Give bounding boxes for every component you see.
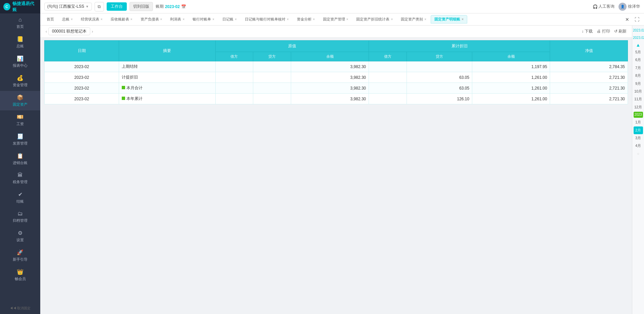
- refresh-button[interactable]: ↺ 刷新: [614, 29, 627, 34]
- tab-fixed-assets-depreciation[interactable]: 固定资产折旧统计表×: [353, 15, 396, 23]
- switch-version-button[interactable]: 切到旧版: [129, 2, 153, 11]
- tab-close-assets-liabilities[interactable]: ×: [160, 17, 162, 21]
- sidebar-item-capital[interactable]: 💰 资金管理: [0, 71, 40, 91]
- current-asset-name[interactable]: 000001 联想笔记本: [48, 28, 90, 35]
- timeline-month[interactable]: 11月: [632, 95, 644, 103]
- user-area[interactable]: 👤 徐泽华: [619, 3, 640, 11]
- timeline-period[interactable]: 2023.02: [632, 27, 644, 34]
- tab-close-receivables[interactable]: ×: [130, 17, 132, 21]
- sidebar-icon-invoice: 🧾: [17, 133, 23, 140]
- tab-close-fixed-assets-category[interactable]: ×: [424, 17, 426, 21]
- sidebar-nav: ⌂ 首页 📒 总账 📊 报表中心 💰 资金管理 📦 固定资产 💴 工资 🧾 发票…: [0, 13, 40, 303]
- timeline-year[interactable]: 2023: [634, 112, 643, 118]
- sidebar-label-capital: 资金管理: [13, 83, 28, 88]
- sidebar-item-fixed-assets[interactable]: 📦 固定资产: [0, 91, 40, 110]
- sidebar-item-sales[interactable]: 📋 进销台账: [0, 149, 40, 169]
- timeline-month[interactable]: 7月: [632, 64, 644, 72]
- timeline-month[interactable]: 4月: [632, 142, 644, 150]
- cell-orig-credit: [253, 61, 291, 72]
- tab-fixed-assets-detail[interactable]: 固定资产明细账×: [431, 15, 467, 23]
- tab-close-capital-analysis[interactable]: ×: [313, 17, 315, 21]
- sidebar-icon-archive: 🗂: [17, 211, 23, 217]
- cell-accum-balance: 1,261.00: [472, 72, 550, 83]
- table-row: 2023-02 本月合计 3,982.30 63.05 1,261.00 2,7…: [45, 83, 628, 94]
- timeline-month[interactable]: 10月: [632, 88, 644, 95]
- col-orig-balance: 余额: [291, 52, 369, 61]
- tab-close-fixed-assets-depreciation[interactable]: ×: [391, 17, 393, 21]
- timeline-month[interactable]: 12月: [632, 103, 644, 111]
- tab-label-fixed-assets-category: 固定资产类别: [401, 17, 423, 22]
- sidebar-unpin[interactable]: ◀◀ 取消固定: [0, 303, 40, 314]
- main-area: (勾勾) 江西服宝-LSS ▼ ⧉ 工作台 切到旧版 账期 2023-02 📅 …: [40, 0, 644, 314]
- timeline-month[interactable]: 1月: [632, 118, 644, 126]
- timeline-scroll-up-icon[interactable]: ▲: [635, 42, 641, 48]
- tab-close-profit[interactable]: ×: [182, 17, 184, 21]
- col-accumulated-depreciation: 累计折旧: [369, 41, 550, 52]
- timeline-month[interactable]: 6月: [632, 56, 644, 64]
- sidebar-item-member[interactable]: 👑 畅会员: [0, 265, 40, 285]
- sidebar-item-salary[interactable]: 💴 工资: [0, 110, 40, 130]
- tab-journal[interactable]: 日记账×: [219, 15, 240, 23]
- table-row: 2023-02 计提折旧 3,982.30 63.05 1,261.00 2,7…: [45, 72, 628, 83]
- cell-orig-balance: 3,982.30: [291, 83, 369, 94]
- tab-close-bank-statement[interactable]: ×: [212, 17, 214, 21]
- tab-profit[interactable]: 利润表×: [166, 15, 188, 23]
- tab-receivables[interactable]: 应收账龄表×: [107, 15, 136, 23]
- tab-capital-analysis[interactable]: 资金分析×: [293, 15, 319, 23]
- sidebar-icon-tax: 🏛: [17, 172, 23, 178]
- timeline-circle-icon: ○: [632, 150, 644, 158]
- print-button[interactable]: 🖨 打印: [597, 29, 610, 34]
- support-link[interactable]: 🎧 人工客询: [593, 4, 614, 9]
- timeline-month[interactable]: 9月: [632, 80, 644, 88]
- cell-orig-balance: 3,982.30: [291, 61, 369, 72]
- tab-bank-statement[interactable]: 银行对账单×: [189, 15, 218, 23]
- sidebar-item-invoice[interactable]: 🧾 发票管理: [0, 130, 40, 149]
- tab-journal-bank-check[interactable]: 日记账与银行对账单核对×: [241, 15, 292, 23]
- sidebar-item-guide[interactable]: 🚀 新手引导: [0, 246, 40, 265]
- sidebar-item-settle[interactable]: ✔ 结账: [0, 188, 40, 207]
- sidebar-item-reports[interactable]: 📊 报表中心: [0, 52, 40, 71]
- cell-net-value: 2,721.30: [550, 94, 628, 104]
- col-orig-credit: 贷方: [253, 52, 291, 61]
- timeline-period[interactable]: 2023.02: [632, 34, 644, 42]
- tab-close-journal[interactable]: ×: [235, 17, 237, 21]
- tab-close-business-status[interactable]: ×: [101, 17, 103, 21]
- tab-business-status[interactable]: 经营状况表×: [77, 15, 106, 23]
- sidebar-item-home[interactable]: ⌂ 首页: [0, 13, 40, 33]
- cell-accum-balance: 1,261.00: [472, 83, 550, 94]
- sidebar-item-tax[interactable]: 🏛 税务管理: [0, 169, 40, 188]
- tab-close-fixed-assets-mgmt[interactable]: ×: [346, 17, 348, 21]
- tab-general-ledger[interactable]: 总账×: [58, 15, 76, 23]
- col-accum-balance: 余额: [472, 52, 550, 61]
- calendar-icon[interactable]: 📅: [181, 4, 186, 9]
- tab-assets-liabilities[interactable]: 资产负债表×: [137, 15, 166, 23]
- tab-home[interactable]: 首页: [43, 15, 58, 23]
- sidebar-item-settings[interactable]: ⚙ 设置: [0, 226, 40, 246]
- timeline-month[interactable]: 3月: [632, 134, 644, 142]
- timeline-month[interactable]: 5月: [632, 48, 644, 56]
- nav-prev-icon[interactable]: ‹: [46, 29, 47, 34]
- nav-next-icon[interactable]: ›: [92, 29, 93, 34]
- timeline-active-month[interactable]: 2月: [634, 126, 643, 134]
- cell-orig-debit: [215, 72, 253, 83]
- tab-close-fixed-assets-detail[interactable]: ×: [462, 17, 464, 21]
- close-all-tabs-button[interactable]: ✕: [623, 16, 631, 23]
- tab-label-home: 首页: [47, 17, 54, 22]
- company-selector[interactable]: (勾勾) 江西服宝-LSS ▼: [44, 3, 92, 10]
- tag-green-icon: [122, 97, 125, 100]
- tab-close-journal-bank-check[interactable]: ×: [287, 17, 289, 21]
- download-button[interactable]: ↓ 下载: [582, 29, 593, 34]
- tab-fixed-assets-category[interactable]: 固定资产类别×: [397, 15, 430, 23]
- cell-orig-credit: [253, 83, 291, 94]
- cell-accum-credit: 63.05: [407, 83, 472, 94]
- copy-button[interactable]: ⧉: [95, 2, 104, 11]
- sidebar-item-ledger[interactable]: 📒 总账: [0, 33, 40, 52]
- table-area: 日期 摘要 原值 累计折旧 净值 借方 贷方 余额 借方 贷方 余额: [40, 38, 632, 314]
- workspace-button[interactable]: 工作台: [107, 2, 127, 11]
- cell-orig-balance: 3,982.30: [291, 94, 369, 104]
- tab-fixed-assets-mgmt[interactable]: 固定资产管理×: [319, 15, 352, 23]
- sidebar-item-archive[interactable]: 🗂 归档管理: [0, 207, 40, 226]
- tab-close-general-ledger[interactable]: ×: [71, 17, 73, 21]
- timeline-month[interactable]: 8月: [632, 72, 644, 80]
- maximize-button[interactable]: ⛶: [633, 16, 641, 23]
